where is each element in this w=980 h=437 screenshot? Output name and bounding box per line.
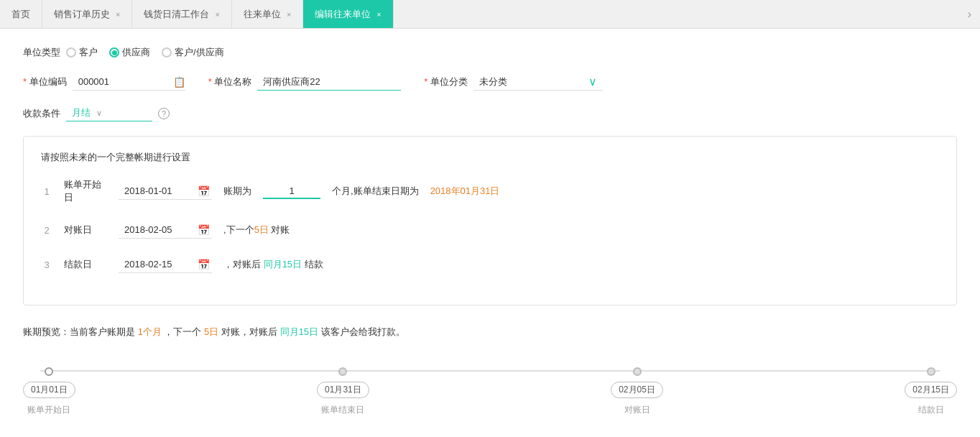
timeline-label-end: 账单结束日 — [321, 404, 364, 416]
tab-cash-work-label: 钱货日清工作台 — [144, 8, 209, 21]
radio-group-unit-type: 客户 供应商 客户/供应商 — [66, 46, 224, 59]
radio-both-label: 客户/供应商 — [175, 46, 224, 59]
unit-category-select[interactable]: 未分类 ∨ — [473, 73, 603, 91]
timeline-item-end: 01月31日 账单结束日 — [317, 367, 369, 416]
setting-row-1: 1 账单开始日 📅 账期为 个月,账单结束日期为 2018年01月31日 — [41, 178, 939, 204]
row-1-calendar-icon[interactable]: 📅 — [198, 185, 210, 197]
help-icon-label: ? — [162, 109, 166, 118]
payment-terms-arrow-icon: ∨ — [96, 109, 102, 118]
row-3-date-input-wrapper: 📅 — [119, 256, 212, 273]
radio-customer[interactable]: 客户 — [66, 46, 98, 59]
unit-type-label: 单位类型 — [23, 46, 60, 59]
unit-type-row: 单位类型 客户 供应商 客户/供应商 — [23, 46, 957, 59]
timeline-dot-reconcile — [633, 367, 642, 376]
timeline-items: 01月01日 账单开始日 01月31日 账单结束日 02月05日 对账日 02月… — [23, 367, 957, 416]
timeline-container: 01月01日 账单开始日 01月31日 账单结束日 02月05日 对账日 02月… — [23, 359, 957, 425]
radio-supplier-label: 供应商 — [122, 46, 150, 59]
row-2-desc: ,下一个5日 对账 — [223, 224, 290, 236]
preview-part2: 5日 — [204, 326, 218, 337]
tab-home-label: 首页 — [11, 8, 30, 21]
timeline-label-payment: 结款日 — [918, 404, 944, 416]
unit-type-group: 单位类型 客户 供应商 客户/供应商 — [23, 46, 224, 59]
unit-code-icon[interactable]: 📋 — [173, 76, 185, 88]
row-2-num: 2 — [41, 225, 52, 236]
tab-home[interactable]: 首页 — [0, 0, 42, 28]
row-3-calendar-icon[interactable]: 📅 — [198, 259, 210, 270]
radio-circle-supplier — [109, 47, 119, 58]
radio-customer-label: 客户 — [79, 46, 98, 59]
row-1-num: 1 — [41, 186, 52, 197]
unit-code-group: 单位编码 📋 — [23, 73, 185, 91]
tab-partner-label: 往来单位 — [244, 8, 281, 21]
preview-text: 账期预览：当前客户账期是 1个月 ，下一个 5日 对账，对账后 同月15日 该客… — [23, 317, 957, 347]
preview-comma1: ，下一个 — [164, 326, 201, 337]
row-2-label: 对账日 — [64, 224, 107, 236]
radio-both[interactable]: 客户/供应商 — [162, 46, 224, 59]
row-2-date-input-wrapper: 📅 — [119, 221, 212, 239]
row-1-highlight-date: 2018年01月31日 — [430, 185, 500, 198]
payment-terms-group: 收款条件 月结 ∨ ? — [23, 105, 170, 121]
row-1-desc-prefix: 账期为 — [223, 185, 251, 198]
row-1-date-input[interactable] — [119, 184, 198, 198]
radio-circle-customer — [66, 47, 76, 58]
timeline-item-payment: 02月15日 结款日 — [905, 367, 957, 416]
tab-edit-partner[interactable]: 编辑往来单位 × — [303, 0, 393, 28]
setting-row-3: 3 结款日 📅 ，对账后 同月15日 结款 — [41, 256, 939, 273]
settings-box: 请按照未来的一个完整帐期进行设置 1 账单开始日 📅 账期为 个月,账单结束日期… — [23, 136, 957, 305]
unit-name-input[interactable] — [257, 73, 401, 91]
unit-name-label: 单位名称 — [208, 75, 252, 88]
timeline-dot-start — [45, 367, 53, 376]
row-2-calendar-icon[interactable]: 📅 — [198, 224, 210, 236]
close-icon[interactable]: × — [116, 10, 120, 19]
help-icon[interactable]: ? — [158, 108, 170, 119]
main-content: 单位类型 客户 供应商 客户/供应商 单位编码 — [0, 29, 980, 437]
setting-row-2: 2 对账日 📅 ,下一个5日 对账 — [41, 221, 939, 239]
tab-cash-work[interactable]: 钱货日清工作台 × — [132, 0, 231, 28]
tab-partner[interactable]: 往来单位 × — [232, 0, 303, 28]
tab-edit-partner-label: 编辑往来单位 — [315, 8, 371, 21]
row-3-date-input[interactable] — [119, 257, 198, 271]
row-1-desc-suffix: 个月,账单结束日期为 — [332, 185, 419, 198]
timeline-item-reconcile: 02月05日 对账日 — [611, 367, 663, 416]
timeline-dot-end — [338, 367, 347, 376]
preview-end: 该客户会给我打款。 — [321, 326, 405, 337]
row-3-highlight: 同月15日 — [264, 259, 302, 270]
unit-category-label: 单位分类 — [424, 75, 468, 88]
timeline-label-start: 账单开始日 — [27, 404, 70, 416]
unit-code-input-wrapper: 📋 — [73, 73, 185, 91]
unit-category-value: 未分类 — [479, 75, 507, 88]
row-3-desc: ，对账后 同月15日 结款 — [223, 258, 323, 271]
close-icon[interactable]: × — [287, 10, 291, 19]
row-1-date-input-wrapper: 📅 — [119, 183, 212, 200]
payment-terms-select[interactable]: 月结 ∨ — [66, 105, 152, 121]
unit-category-arrow-icon: ∨ — [588, 75, 597, 88]
payment-terms-label: 收款条件 — [23, 107, 60, 120]
preview-label: 账期预览：当前客户账期是 — [23, 326, 135, 337]
unit-code-label: 单位编码 — [23, 75, 67, 88]
row-1-period-input[interactable] — [263, 184, 320, 199]
radio-circle-both — [162, 47, 172, 58]
timeline-badge-start: 01月01日 — [23, 382, 75, 398]
row-3-label: 结款日 — [64, 258, 107, 271]
preview-part1: 1个月 — [138, 326, 162, 337]
close-icon[interactable]: × — [215, 10, 219, 19]
row-1-label: 账单开始日 — [64, 178, 107, 204]
timeline-badge-payment: 02月15日 — [905, 382, 957, 398]
timeline-label-reconcile: 对账日 — [624, 404, 650, 416]
unit-name-group: 单位名称 — [208, 73, 402, 91]
tab-sales-history[interactable]: 销售订单历史 × — [42, 0, 132, 28]
unit-category-group: 单位分类 未分类 ∨ — [424, 73, 603, 91]
radio-supplier[interactable]: 供应商 — [109, 46, 150, 59]
row-2-date-input[interactable] — [119, 223, 198, 236]
settings-title: 请按照未来的一个完整帐期进行设置 — [41, 151, 939, 164]
row-2-highlight: 5日 — [254, 224, 269, 235]
tab-more-button[interactable]: › — [959, 8, 980, 21]
preview-part3: 同月15日 — [280, 326, 318, 337]
payment-terms-value: 月结 — [72, 106, 91, 119]
timeline-badge-end: 01月31日 — [317, 382, 369, 398]
timeline-dot-payment — [927, 367, 935, 376]
unit-info-row: 单位编码 📋 单位名称 单位分类 未分类 ∨ — [23, 73, 957, 91]
close-icon[interactable]: × — [376, 10, 381, 19]
timeline-item-start: 01月01日 账单开始日 — [23, 367, 75, 416]
unit-code-input[interactable] — [73, 75, 173, 88]
